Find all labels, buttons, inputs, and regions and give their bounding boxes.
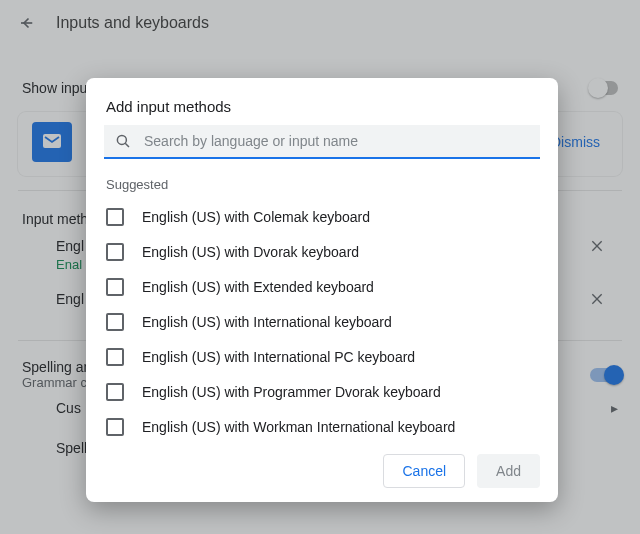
- checkbox[interactable]: [106, 313, 124, 331]
- suggested-label: Suggested: [86, 159, 558, 200]
- input-method-option[interactable]: English (US) with Workman International …: [86, 410, 558, 442]
- add-button[interactable]: Add: [477, 454, 540, 488]
- input-method-option[interactable]: English (US) with Extended keyboard: [86, 270, 558, 305]
- search-field[interactable]: [104, 125, 540, 159]
- checkbox[interactable]: [106, 418, 124, 436]
- input-method-option-label: English (US) with Colemak keyboard: [142, 209, 370, 225]
- search-input[interactable]: [144, 133, 530, 149]
- input-method-option-label: English (US) with Dvorak keyboard: [142, 244, 359, 260]
- search-icon: [114, 132, 132, 150]
- checkbox[interactable]: [106, 383, 124, 401]
- input-method-option-list: English (US) with Colemak keyboardEnglis…: [86, 200, 558, 442]
- input-method-option[interactable]: English (US) with International PC keybo…: [86, 340, 558, 375]
- input-method-option-label: English (US) with Programmer Dvorak keyb…: [142, 384, 441, 400]
- input-method-option-label: English (US) with International keyboard: [142, 314, 392, 330]
- dialog-title: Add input methods: [86, 78, 558, 125]
- input-method-option[interactable]: English (US) with International keyboard: [86, 305, 558, 340]
- dialog-actions: Cancel Add: [86, 442, 558, 502]
- input-method-option-label: English (US) with Workman International …: [142, 419, 455, 435]
- input-method-option-label: English (US) with Extended keyboard: [142, 279, 374, 295]
- input-method-option[interactable]: English (US) with Programmer Dvorak keyb…: [86, 375, 558, 410]
- checkbox[interactable]: [106, 208, 124, 226]
- svg-point-1: [117, 135, 126, 144]
- input-method-option[interactable]: English (US) with Colemak keyboard: [86, 200, 558, 235]
- cancel-button[interactable]: Cancel: [383, 454, 465, 488]
- checkbox[interactable]: [106, 348, 124, 366]
- checkbox[interactable]: [106, 243, 124, 261]
- checkbox[interactable]: [106, 278, 124, 296]
- input-method-option-label: English (US) with International PC keybo…: [142, 349, 415, 365]
- add-input-methods-dialog: Add input methods Suggested English (US)…: [86, 78, 558, 502]
- input-method-option[interactable]: English (US) with Dvorak keyboard: [86, 235, 558, 270]
